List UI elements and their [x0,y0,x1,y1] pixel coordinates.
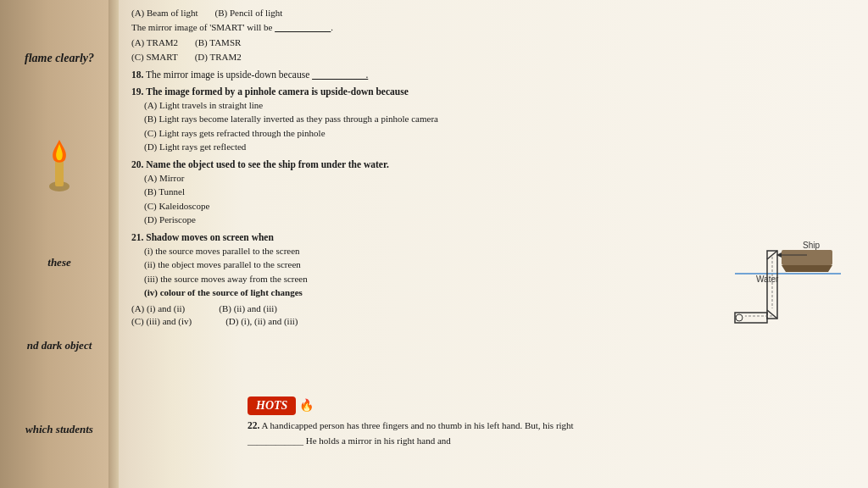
q20-opt-b: (B) Tunnel [144,185,714,199]
sidebar-text-these: these [47,256,70,269]
main-content: (A) Beam of light (B) Pencil of light Th… [119,0,868,488]
q17-opt-d: (D) TRAM2 [195,51,242,64]
q17-opt-c: (C) SMART [131,51,178,64]
q17-mirror-label: The mirror image of 'SMART' will be ____… [131,21,333,34]
q22-continuation: ____________ He holds a mirror in his ri… [248,434,858,448]
q20-text: Name the object used to see the ship fro… [146,159,389,169]
q18-number: 18. [131,69,143,80]
q17-part-a: (A) Beam of light [131,7,198,19]
q20-block: 20. Name the object used to see the ship… [131,158,714,227]
page-fold [108,0,119,488]
q19-opt-a: (A) Light travels in straight line [144,98,714,113]
q20-number: 20. [131,159,143,169]
svg-text:Ship: Ship [803,241,820,250]
q19-number: 19. [131,86,143,97]
q21-ans-a: (A) (i) and (ii) [131,302,185,315]
q20-opt-d: (D) Periscope [144,213,714,227]
q18-text: The mirror image is upside-down because [146,69,309,80]
left-sidebar: flame clearly? these nd dark object whic… [0,0,119,488]
q19-opt-b: (B) Light rays become laterally inverted… [144,112,714,126]
periscope-diagram: Ship Water [709,238,845,348]
q19-text: The image formed by a pinhole camera is … [146,86,409,97]
hots-badge: HOTS [248,396,296,415]
q21-text: Shadow moves on screen when [146,232,274,242]
q22-text: 22. A handicapped person has three finge… [248,419,858,433]
q19-opt-c: (C) Light rays gets refracted through th… [144,126,714,141]
q19-block: 19. The image formed by a pinhole camera… [131,85,714,154]
svg-line-9 [767,310,777,319]
q22-number: 22. [248,420,259,430]
q17-block: (A) Beam of light (B) Pencil of light Th… [131,7,858,64]
q20-opt-c: (C) Kaleidoscope [144,199,714,214]
q18-blank: ___________. [312,69,368,80]
q21-ans-c: (C) (iii) and (iv) [131,315,192,328]
page-container: flame clearly? these nd dark object whic… [0,0,868,488]
svg-rect-3 [782,250,832,265]
sidebar-text-flame: flame clearly? [25,52,94,65]
q21-ans-b: (B) (ii) and (iii) [219,302,277,315]
q17-part-b: (B) Pencil of light [215,7,283,19]
svg-point-11 [736,314,743,321]
svg-rect-1 [55,161,64,186]
q17-opt-a: (A) TRAM2 [131,36,178,49]
sidebar-text-dark: nd dark object [27,339,92,352]
sidebar-text-students: which students [25,423,93,436]
q21-number: 21. [131,232,143,242]
hots-section: HOTS 🔥 22. A handicapped person has thre… [237,396,868,447]
q18-block: 18. The mirror image is upside-down beca… [131,68,858,81]
q19-opt-d: (D) Light rays get reflected [144,140,714,154]
q22-content: A handicapped person has three fingers a… [262,420,574,430]
q20-area: 20. Name the object used to see the ship… [131,158,858,227]
svg-marker-4 [782,265,832,272]
q17-opt-b: (B) TAMSR [195,36,241,49]
q20-opt-a: (A) Mirror [144,171,714,186]
q21-ans-d: (D) (i), (ii) and (iii) [225,315,298,328]
